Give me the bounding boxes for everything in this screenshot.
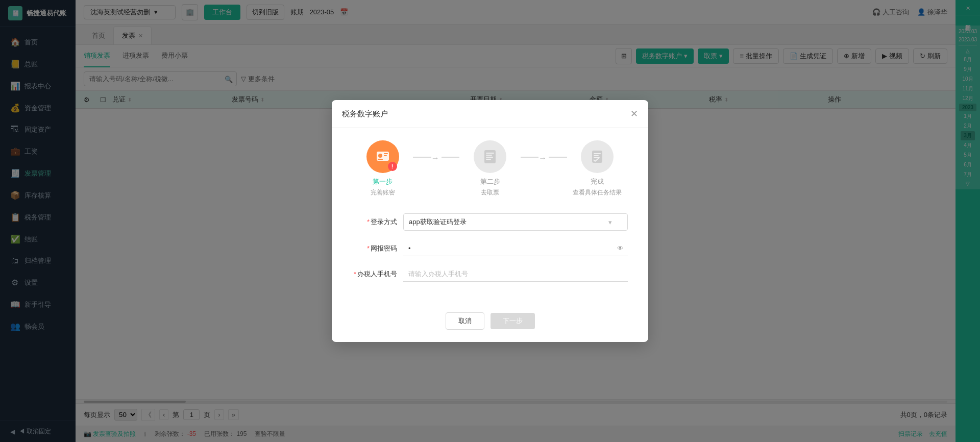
arrow-1: → (431, 154, 442, 163)
phone-input[interactable] (403, 266, 628, 282)
step-3-icon (581, 140, 614, 173)
step-2-icon (474, 140, 506, 173)
web-password-input[interactable] (403, 241, 613, 256)
svg-rect-11 (592, 151, 602, 163)
step-connector-1 (413, 157, 431, 158)
web-password-field: 网报密码 👁 (352, 241, 628, 256)
login-method-field: 登录方式 app获取验证码登录 ▾ (352, 213, 628, 231)
step-1-icon-wrap: ! (366, 140, 399, 173)
svg-point-2 (378, 154, 382, 158)
step-2-icon-wrap (474, 140, 506, 173)
tax-digital-modal: 税务数字账户 ✕ (332, 100, 648, 342)
svg-rect-9 (486, 157, 493, 158)
arrow-2: → (538, 154, 549, 163)
next-button[interactable]: 下一步 (491, 313, 535, 329)
login-method-select[interactable]: app获取验证码登录 ▾ (403, 213, 628, 231)
step-3-desc: 查看具体任务结果 (573, 188, 622, 197)
step-2-label: 第二步 (480, 177, 500, 186)
phone-label: 办税人手机号 (352, 269, 403, 279)
svg-rect-7 (486, 153, 494, 154)
step-1: ! 第一步 完善账密 (352, 140, 413, 197)
step-3-icon-wrap (581, 140, 614, 173)
login-method-label: 登录方式 (352, 217, 403, 227)
step-3: 完成 查看具体任务结果 (567, 140, 628, 197)
step-2-desc: 去取票 (481, 188, 499, 197)
steps-indicator: ! 第一步 完善账密 → (352, 140, 628, 197)
modal-title: 税务数字账户 (342, 109, 388, 119)
svg-rect-13 (594, 155, 599, 156)
svg-rect-8 (486, 155, 492, 156)
step-2: 第二步 去取票 (459, 140, 520, 197)
step-1-label: 第一步 (373, 177, 393, 186)
step-3-label: 完成 (591, 177, 604, 186)
svg-rect-4 (384, 153, 388, 154)
eye-toggle-icon[interactable]: 👁 (613, 244, 628, 252)
svg-rect-5 (384, 155, 387, 156)
modal-footer: 取消 下一步 (332, 304, 648, 342)
web-password-wrap: 👁 (403, 241, 628, 256)
step-connector-4 (549, 157, 567, 158)
modal-header: 税务数字账户 ✕ (332, 100, 648, 128)
phone-input-wrap (403, 266, 628, 282)
modal-overlay: 税务数字账户 ✕ (0, 0, 980, 442)
svg-rect-12 (594, 153, 601, 154)
step-connector-3 (521, 157, 539, 158)
web-password-label: 网报密码 (352, 244, 403, 253)
modal-body: ! 第一步 完善账密 → (332, 128, 648, 304)
step-1-error-badge: ! (388, 162, 397, 171)
chevron-down-icon: ▾ (608, 218, 612, 226)
svg-rect-3 (378, 159, 383, 160)
step-1-desc: 完善账密 (371, 188, 395, 197)
cancel-button[interactable]: 取消 (446, 312, 484, 330)
login-method-select-wrap: app获取验证码登录 ▾ (403, 213, 628, 231)
step-connector-2 (442, 157, 460, 158)
svg-rect-10 (486, 159, 491, 160)
phone-field: 办税人手机号 (352, 266, 628, 282)
modal-close-btn[interactable]: ✕ (630, 108, 638, 119)
